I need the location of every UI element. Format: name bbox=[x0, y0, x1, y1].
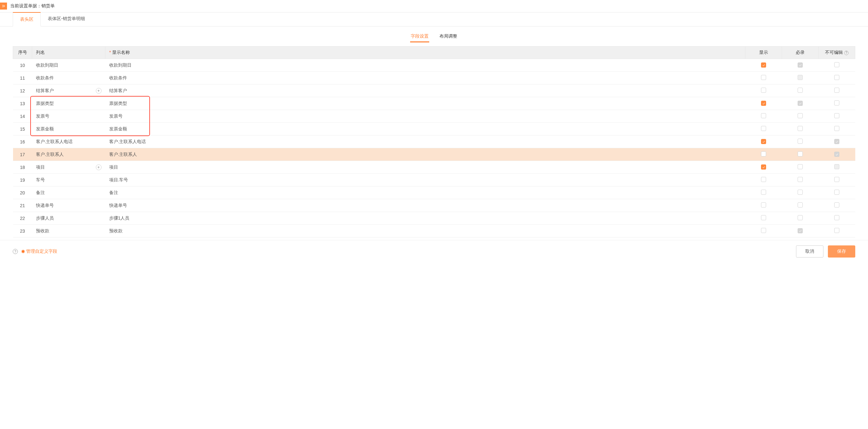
checkbox-noedit[interactable] bbox=[834, 190, 839, 195]
row-column-name: 结算客户+ bbox=[32, 84, 105, 97]
manage-custom-fields-label: 管理自定义字段 bbox=[26, 249, 57, 254]
checkbox-show[interactable] bbox=[761, 190, 766, 195]
cell-show bbox=[745, 199, 782, 212]
cell-show bbox=[745, 123, 782, 136]
help-icon[interactable]: ? bbox=[13, 249, 18, 254]
cell-show bbox=[745, 97, 782, 110]
checkbox-show[interactable] bbox=[761, 228, 766, 233]
cell-required bbox=[782, 174, 819, 187]
checkbox-required[interactable] bbox=[798, 202, 803, 207]
cell-noedit bbox=[819, 161, 855, 174]
checkbox-show[interactable] bbox=[761, 101, 766, 106]
row-seq: 20 bbox=[13, 187, 32, 199]
row-display-name[interactable]: 收款条件 bbox=[105, 72, 745, 84]
checkbox-noedit[interactable] bbox=[834, 113, 839, 118]
checkbox-show[interactable] bbox=[761, 126, 766, 131]
cell-required bbox=[782, 110, 819, 123]
help-icon[interactable]: ? bbox=[844, 51, 848, 55]
cell-noedit bbox=[819, 59, 855, 72]
cell-noedit bbox=[819, 136, 855, 148]
cell-show bbox=[745, 174, 782, 187]
checkbox-noedit[interactable] bbox=[834, 177, 839, 182]
checkbox-show[interactable] bbox=[761, 139, 766, 144]
row-display-name[interactable]: 票据类型 bbox=[105, 97, 745, 110]
main-tab-0[interactable]: 表头区 bbox=[13, 12, 41, 26]
row-seq: 19 bbox=[13, 174, 32, 187]
cell-noedit bbox=[819, 72, 855, 84]
checkbox-show[interactable] bbox=[761, 165, 766, 170]
checkbox-required[interactable] bbox=[798, 126, 803, 131]
checkbox-show[interactable] bbox=[761, 177, 766, 182]
sub-tab-1[interactable]: 布局调整 bbox=[439, 32, 458, 42]
row-display-name[interactable]: 项目.车号 bbox=[105, 174, 745, 187]
col-header-name: 列名 bbox=[32, 47, 105, 59]
row-display-name[interactable]: 客户.主联系人 bbox=[105, 148, 745, 161]
checkbox-noedit[interactable] bbox=[834, 101, 839, 106]
top-label-prefix: 当前设置单据： bbox=[10, 3, 41, 8]
table-row: 15发票金额发票金额 bbox=[13, 123, 855, 136]
add-sub-field-button[interactable]: + bbox=[96, 88, 101, 94]
cell-required bbox=[782, 187, 819, 199]
cell-show bbox=[745, 59, 782, 72]
checkbox-required[interactable] bbox=[798, 151, 803, 156]
row-display-name[interactable]: 备注 bbox=[105, 187, 745, 199]
checkbox-noedit[interactable] bbox=[834, 126, 839, 131]
cancel-button[interactable]: 取消 bbox=[796, 246, 824, 258]
checkbox-show[interactable] bbox=[761, 113, 766, 118]
checkbox-noedit[interactable] bbox=[834, 62, 839, 67]
footer-bar: ? 管理自定义字段 取消 保存 bbox=[0, 240, 868, 263]
table-row: 16客户.主联系人电话客户.主联系人电话 bbox=[13, 136, 855, 148]
checkbox-noedit[interactable] bbox=[834, 228, 839, 233]
checkbox-required[interactable] bbox=[798, 139, 803, 144]
checkbox-required[interactable] bbox=[798, 190, 803, 195]
checkbox-show[interactable] bbox=[761, 215, 766, 220]
checkbox-show[interactable] bbox=[761, 88, 766, 93]
main-tabs: 表头区表体区-销货单明细 bbox=[0, 12, 868, 26]
col-header-required: 必录 bbox=[782, 47, 819, 59]
checkbox-required[interactable] bbox=[798, 215, 803, 220]
checkbox-required[interactable] bbox=[798, 113, 803, 118]
checkbox-show[interactable] bbox=[761, 75, 766, 80]
cell-required bbox=[782, 136, 819, 148]
checkbox-show[interactable] bbox=[761, 202, 766, 207]
expand-panel-button[interactable] bbox=[0, 3, 7, 9]
checkbox-required[interactable] bbox=[798, 88, 803, 93]
table-row: 23预收款预收款 bbox=[13, 225, 855, 237]
row-display-name[interactable]: 项目 bbox=[105, 161, 745, 174]
checkbox-noedit[interactable] bbox=[834, 215, 839, 220]
row-display-name[interactable]: 预收款 bbox=[105, 225, 745, 237]
checkbox-required bbox=[798, 62, 803, 67]
checkbox-noedit[interactable] bbox=[834, 88, 839, 93]
checkbox-noedit bbox=[834, 164, 839, 169]
row-column-name: 收款条件 bbox=[32, 72, 105, 84]
checkbox-required[interactable] bbox=[798, 177, 803, 182]
checkbox-show[interactable] bbox=[761, 151, 766, 156]
cell-required bbox=[782, 123, 819, 136]
row-seq: 12 bbox=[13, 84, 32, 97]
save-button[interactable]: 保存 bbox=[828, 246, 855, 258]
cell-noedit bbox=[819, 123, 855, 136]
table-row: 13票据类型票据类型 bbox=[13, 97, 855, 110]
cell-noedit bbox=[819, 174, 855, 187]
checkbox-show[interactable] bbox=[761, 62, 766, 67]
add-sub-field-button[interactable]: + bbox=[96, 165, 101, 170]
cell-required bbox=[782, 225, 819, 237]
row-display-name[interactable]: 发票号 bbox=[105, 110, 745, 123]
row-display-name[interactable]: 收款到期日 bbox=[105, 59, 745, 72]
row-column-name: 客户.主联系人电话 bbox=[32, 136, 105, 148]
manage-custom-fields-link[interactable]: 管理自定义字段 bbox=[20, 249, 57, 254]
row-column-name: 发票号 bbox=[32, 110, 105, 123]
row-seq: 14 bbox=[13, 110, 32, 123]
col-header-show: 显示 bbox=[745, 47, 782, 59]
row-display-name[interactable]: 步骤1人员 bbox=[105, 212, 745, 225]
row-display-name[interactable]: 结算客户 bbox=[105, 84, 745, 97]
row-display-name[interactable]: 发票金额 bbox=[105, 123, 745, 136]
checkbox-noedit[interactable] bbox=[834, 202, 839, 207]
main-tab-1[interactable]: 表体区-销货单明细 bbox=[41, 12, 92, 26]
row-display-name[interactable]: 快递单号 bbox=[105, 199, 745, 212]
table-row: 22步骤人员步骤1人员 bbox=[13, 212, 855, 225]
checkbox-required[interactable] bbox=[798, 164, 803, 169]
sub-tab-0[interactable]: 字段设置 bbox=[410, 32, 429, 42]
checkbox-noedit[interactable] bbox=[834, 75, 839, 80]
row-display-name[interactable]: 客户.主联系人电话 bbox=[105, 136, 745, 148]
